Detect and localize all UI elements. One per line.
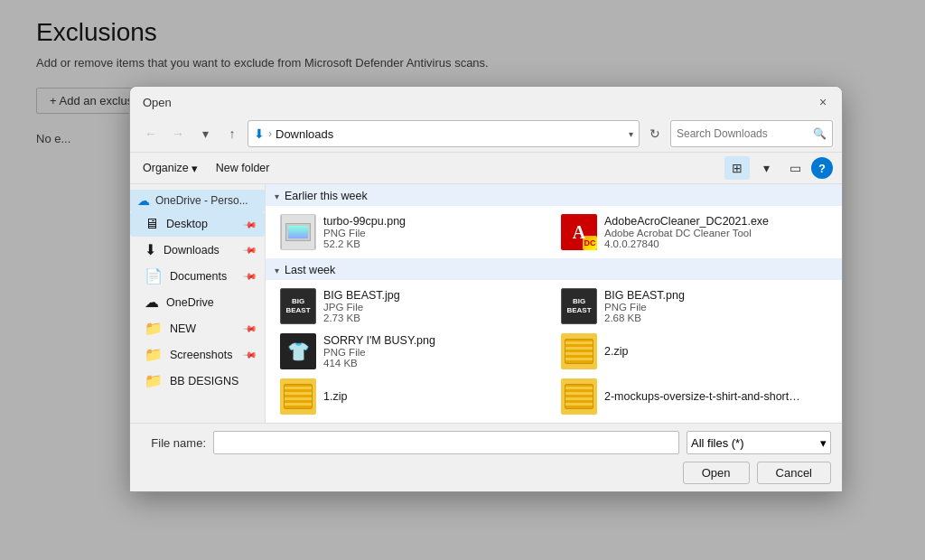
file-info-turbo: turbo-99cpu.png PNG File 52.2 KB xyxy=(323,215,406,249)
file-info-sorry: SORRY I'M BUSY.png PNG File 414 KB xyxy=(323,334,435,369)
section-earlier-this-week[interactable]: ▾ Earlier this week xyxy=(266,184,842,206)
file-info-1zip: 1.zip xyxy=(323,390,347,403)
address-dropdown-icon[interactable]: ▾ xyxy=(629,129,633,139)
file-info-mockups-zip: 2-mockups-oversize-t-shirt-and-shorts-20… xyxy=(604,390,803,403)
downloads-icon: ⬇ xyxy=(145,241,156,258)
forward-button[interactable]: → xyxy=(166,122,190,145)
file-item-turbo[interactable]: turbo-99cpu.png PNG File 52.2 KB xyxy=(273,210,554,255)
close-button[interactable]: × xyxy=(815,94,831,110)
new-folder-button[interactable]: New folder xyxy=(212,160,274,176)
nav-dropdown-button[interactable]: ▾ xyxy=(193,122,217,145)
grid-view-button[interactable]: ⊞ xyxy=(724,156,750,180)
onedrive-label: OneDrive - Perso... xyxy=(155,194,248,207)
organize-button[interactable]: Organize ▾ xyxy=(139,160,201,177)
grid-view-icon: ⊞ xyxy=(732,161,743,175)
sidebar-item-label-screenshots: Screenshots xyxy=(170,349,232,361)
file-size-big-beast-jpg: 2.73 KB xyxy=(323,313,400,323)
file-type-adobe: Adobe Acrobat DC Cleaner Tool xyxy=(604,228,769,238)
search-icon: 🔍 xyxy=(813,127,827,140)
desktop-icon: 🖥 xyxy=(145,216,159,232)
file-info-2zip: 2.zip xyxy=(604,345,628,358)
sidebar-item-label-documents: Documents xyxy=(170,270,227,283)
pin-icon-new: 📌 xyxy=(243,321,257,335)
search-box[interactable]: 🔍 xyxy=(670,120,833,147)
sidebar-item-onedrive2[interactable]: ☁ OneDrive xyxy=(130,289,265,315)
zip-stripes-1zip xyxy=(284,384,313,409)
sidebar-item-label-onedrive2: OneDrive xyxy=(166,296,214,309)
file-size-sorry: 414 KB xyxy=(323,358,435,369)
file-item-mockups-zip[interactable]: 2-mockups-oversize-t-shirt-and-shorts-20… xyxy=(554,374,835,419)
open-button[interactable]: Open xyxy=(683,462,750,484)
file-size-big-beast-png: 2.68 KB xyxy=(604,313,685,323)
file-type-turbo: PNG File xyxy=(323,228,406,238)
address-separator: › xyxy=(268,127,272,140)
dropdown-view-icon: ▾ xyxy=(763,161,770,175)
refresh-button[interactable]: ↻ xyxy=(643,122,667,145)
filetype-label: All files (*) xyxy=(691,436,744,450)
sidebar-item-onedrive[interactable]: ☁ OneDrive - Perso... xyxy=(130,190,265,211)
file-type-big-beast-jpg: JPG File xyxy=(323,302,400,313)
file-thumb-turbo xyxy=(280,214,316,250)
file-name-adobe: AdobeAcroCleaner_DC2021.exe xyxy=(604,215,769,228)
file-item-big-beast-png[interactable]: BIGBEAST BIG BEAST.png PNG File 2.68 KB xyxy=(554,284,835,329)
onedrive-icon: ☁ xyxy=(137,193,150,208)
up-button[interactable]: ↑ xyxy=(220,122,244,145)
layout-view-button[interactable]: ▭ xyxy=(782,156,808,180)
sidebar-item-screenshots[interactable]: 📁 Screenshots 📌 xyxy=(130,341,265,368)
file-grid-earlier: turbo-99cpu.png PNG File 52.2 KB A DC Ad… xyxy=(266,206,842,258)
dialog-toolbar: ← → ▾ ↑ ⬇ › Downloads ▾ ↻ 🔍 xyxy=(130,116,842,153)
sidebar-item-downloads[interactable]: ⬇ Downloads 📌 xyxy=(130,237,265,263)
dropdown-view-button[interactable]: ▾ xyxy=(753,156,779,180)
filetype-select[interactable]: All files (*) ▾ xyxy=(687,431,831,454)
pin-icon-desktop: 📌 xyxy=(243,217,257,231)
sidebar-item-desktop[interactable]: 🖥 Desktop 📌 xyxy=(130,211,265,237)
section-label-last-week: Last week xyxy=(285,264,335,276)
view-buttons: ⊞ ▾ ▭ ? xyxy=(724,156,833,180)
sidebar-item-documents[interactable]: 📄 Documents 📌 xyxy=(130,263,265,289)
back-button[interactable]: ← xyxy=(139,122,163,145)
file-info-big-beast-png: BIG BEAST.png PNG File 2.68 KB xyxy=(604,289,685,323)
pin-icon-downloads: 📌 xyxy=(243,242,257,257)
file-thumb-big-beast-png: BIGBEAST xyxy=(561,288,597,324)
file-name-sorry: SORRY I'M BUSY.png xyxy=(323,334,435,347)
file-thumb-1zip xyxy=(280,378,316,415)
dialog-title: Open xyxy=(143,96,172,109)
file-item-adobe[interactable]: A DC AdobeAcroCleaner_DC2021.exe Adobe A… xyxy=(554,210,835,255)
filename-input[interactable] xyxy=(213,431,679,454)
section-last-week[interactable]: ▾ Last week xyxy=(266,258,842,280)
pin-icon-documents: 📌 xyxy=(243,268,257,283)
sidebar-item-bb-designs[interactable]: 📁 BB DESIGNS xyxy=(130,368,265,394)
dialog-actions-bar: Organize ▾ New folder ⊞ ▾ ▭ ? xyxy=(130,153,842,184)
onedrive2-icon: ☁ xyxy=(145,294,159,311)
file-item-1zip[interactable]: 1.zip xyxy=(273,374,554,419)
file-item-big-beast-jpg[interactable]: BIGBEAST BIG BEAST.jpg JPG File 2.73 KB xyxy=(273,284,554,329)
file-size-turbo: 52.2 KB xyxy=(323,238,406,249)
section-chevron-last-week: ▾ xyxy=(275,266,279,275)
bb-designs-icon: 📁 xyxy=(145,372,163,389)
sidebar-item-label-new: NEW xyxy=(170,322,196,335)
file-type-big-beast-png: PNG File xyxy=(604,302,685,313)
cancel-button[interactable]: Cancel xyxy=(757,462,831,484)
file-name-turbo: turbo-99cpu.png xyxy=(323,215,406,228)
file-item-sorry[interactable]: 👕 SORRY I'M BUSY.png PNG File 414 KB xyxy=(273,329,554,374)
file-thumb-big-beast-jpg: BIGBEAST xyxy=(280,288,316,324)
new-folder-icon: 📁 xyxy=(145,320,163,337)
organize-label: Organize xyxy=(143,162,189,174)
zip-stripes-2zip xyxy=(565,339,593,364)
layout-view-icon: ▭ xyxy=(790,161,801,175)
file-item-2zip[interactable]: 2.zip xyxy=(554,329,835,374)
file-name-1zip: 1.zip xyxy=(323,390,347,403)
help-button[interactable]: ? xyxy=(811,157,833,179)
filename-row: File name: All files (*) ▾ xyxy=(141,431,831,454)
file-name-big-beast-png: BIG BEAST.png xyxy=(604,289,685,302)
address-bar[interactable]: ⬇ › Downloads ▾ xyxy=(248,120,640,147)
sidebar-item-new[interactable]: 📁 NEW 📌 xyxy=(130,315,265,341)
documents-icon: 📄 xyxy=(145,267,163,285)
sidebar-item-label-desktop: Desktop xyxy=(166,218,208,230)
file-thumb-mockups-zip xyxy=(561,378,597,415)
button-row: Open Cancel xyxy=(141,462,831,484)
sidebar-item-label-downloads: Downloads xyxy=(164,244,220,257)
sidebar-item-label-bb-designs: BB DESIGNS xyxy=(170,375,238,387)
file-info-big-beast-jpg: BIG BEAST.jpg JPG File 2.73 KB xyxy=(323,289,400,323)
search-input[interactable] xyxy=(677,127,809,140)
